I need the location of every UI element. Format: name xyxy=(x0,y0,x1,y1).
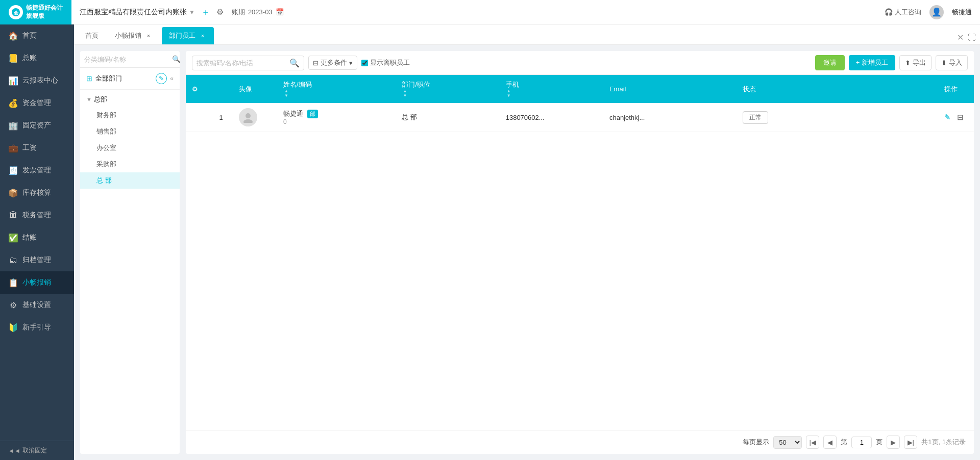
edit-employee-button[interactable]: ✎ xyxy=(944,113,951,122)
settings-icon[interactable]: ⚙ xyxy=(216,7,224,17)
prev-page-button[interactable]: ◀ xyxy=(823,436,837,449)
show-resigned-checkbox[interactable] xyxy=(361,60,368,66)
sidebar-item-basic-settings[interactable]: ⚙ 基础设置 xyxy=(0,294,74,316)
sidebar-label-expense: 小畅报销 xyxy=(22,278,51,287)
next-page-button[interactable]: ▶ xyxy=(887,436,900,449)
dept-search-icon[interactable]: 🔍 xyxy=(172,55,180,63)
th-name-code[interactable]: 姓名/编码 ▲ ▼ xyxy=(277,75,396,103)
dept-item-purchase[interactable]: 采购部 xyxy=(80,156,180,172)
th-phone[interactable]: 手机 ▲ ▼ xyxy=(500,75,603,103)
page-content: 🔍 ⊞ 全部部门 ✎ « ▼ 总部 财务部 xyxy=(74,45,980,460)
emp-search-input[interactable] xyxy=(197,59,287,67)
app-edition: 旗舰版 xyxy=(26,12,63,20)
last-page-button[interactable]: ▶| xyxy=(904,436,917,449)
th-dept-position[interactable]: 部门/职位 ▲ ▼ xyxy=(396,75,499,103)
th-actions: 操作 xyxy=(885,75,974,103)
tab-dept-emp-close[interactable]: × xyxy=(199,32,207,40)
dept-item-general[interactable]: 总 部 xyxy=(80,172,180,189)
dept-search-input[interactable] xyxy=(84,56,170,63)
sidebar-item-salary[interactable]: 💼 工资 xyxy=(0,137,74,159)
import-button[interactable]: ⬇ 导入 xyxy=(936,55,968,70)
sidebar-label-invoice: 发票管理 xyxy=(22,166,51,175)
guide-icon: 🔰 xyxy=(8,322,18,333)
filter-icon: ⊟ xyxy=(313,59,318,67)
sidebar-item-expense[interactable]: 📋 小畅报销 xyxy=(0,271,74,294)
add-company-button[interactable]: ＋ xyxy=(201,6,210,18)
sidebar-label-inventory: 库存核算 xyxy=(22,188,51,197)
support-button[interactable]: 🎧 人工咨询 xyxy=(885,8,921,17)
dept-item-finance[interactable]: 财务部 xyxy=(80,107,180,123)
add-employee-button[interactable]: + 新增员工 xyxy=(849,55,895,70)
period-value: 2023-03 xyxy=(248,8,273,16)
th-seq xyxy=(209,75,233,103)
ledger-icon: 📒 xyxy=(8,53,18,63)
sort-up-icon: ▲ xyxy=(507,89,597,93)
show-resigned-label: 显示离职员工 xyxy=(370,58,410,67)
page-size-select[interactable]: 50 10 20 100 xyxy=(773,436,802,449)
th-status: 状态 xyxy=(737,75,885,103)
svg-point-3 xyxy=(243,119,253,123)
sidebar-item-new-guide[interactable]: 🔰 新手引导 xyxy=(0,316,74,339)
dept-item-office[interactable]: 办公室 xyxy=(80,140,180,156)
inventory-icon: 📦 xyxy=(8,188,18,198)
sidebar-item-invoice[interactable]: 🧾 发票管理 xyxy=(0,159,74,182)
invite-button[interactable]: 邀请 xyxy=(815,55,845,70)
calendar-icon[interactable]: 📅 xyxy=(276,8,284,16)
th-settings[interactable]: ⚙ xyxy=(186,75,209,103)
page-number-input[interactable] xyxy=(851,437,872,448)
user-avatar[interactable]: 👤 xyxy=(929,5,944,19)
tab-expense-close[interactable]: × xyxy=(144,32,153,40)
td-settings xyxy=(186,103,209,132)
tab-expense[interactable]: 小畅报销 × xyxy=(108,27,160,44)
dept-group-zongbu[interactable]: ▼ 总部 xyxy=(80,92,180,107)
home-icon: 🏠 xyxy=(8,31,18,41)
fixed-assets-icon: 🏢 xyxy=(8,120,18,131)
td-dept: 总 部 xyxy=(396,103,499,132)
export-icon: ⬆ xyxy=(905,59,911,67)
sidebar-label-reports: 云报表中心 xyxy=(22,76,58,85)
sidebar-item-home[interactable]: 🏠 首页 xyxy=(0,24,74,47)
tab-expand-icon[interactable]: ⛶ xyxy=(968,33,976,42)
tab-home[interactable]: 首页 xyxy=(78,27,106,44)
export-button[interactable]: ⬆ 导出 xyxy=(899,55,932,70)
avatar-icon: 👤 xyxy=(932,7,942,17)
expense-icon: 📋 xyxy=(8,277,18,288)
svg-point-2 xyxy=(246,113,251,118)
dept-purchase-label: 采购部 xyxy=(96,160,116,168)
cancel-fixed-button[interactable]: ◄◄ 取消固定 xyxy=(0,441,74,460)
show-resigned-toggle: 显示离职员工 xyxy=(361,58,410,67)
period-label: 账期 xyxy=(232,8,245,17)
sidebar-item-tax[interactable]: 🏛 税务管理 xyxy=(0,204,74,226)
sidebar-item-fixed-assets[interactable]: 🏢 固定资产 xyxy=(0,114,74,137)
exit-employee-button[interactable]: ⊟ xyxy=(957,113,964,122)
sidebar-item-reports[interactable]: 📊 云报表中心 xyxy=(0,69,74,92)
tab-dept-emp-label: 部门员工 xyxy=(169,31,195,40)
sidebar-item-assets-mgmt[interactable]: 💰 资金管理 xyxy=(0,92,74,114)
sidebar-label-home: 首页 xyxy=(22,31,37,40)
dept-item-sales[interactable]: 销售部 xyxy=(80,123,180,140)
filter-button[interactable]: ⊟ 更多条件 ▾ xyxy=(308,56,357,70)
employee-code: 0 xyxy=(283,118,389,125)
sidebar-item-archive[interactable]: 🗂 归档管理 xyxy=(0,249,74,271)
sidebar-item-close-account[interactable]: ✅ 结账 xyxy=(0,226,74,249)
dept-edit-button[interactable]: ✎ xyxy=(156,73,167,84)
all-dept-header[interactable]: ⊞ 全部部门 ✎ « xyxy=(80,68,180,90)
tab-actions: ✕ ⛶ xyxy=(957,33,976,44)
td-status: 正常 xyxy=(737,103,885,132)
emp-search-icon[interactable]: 🔍 xyxy=(289,58,300,68)
dept-finance-label: 财务部 xyxy=(96,111,116,119)
first-page-button[interactable]: |◀ xyxy=(806,436,819,449)
table-settings-icon: ⚙ xyxy=(192,85,198,93)
dept-grid-icon: ⊞ xyxy=(86,74,92,83)
company-selector[interactable]: 江西服宝精品有限责任公司内账张 ▼ xyxy=(80,8,195,17)
dept-collapse-icon[interactable]: « xyxy=(170,75,174,82)
tab-home-label: 首页 xyxy=(85,31,99,40)
sidebar-item-inventory[interactable]: 📦 库存核算 xyxy=(0,182,74,204)
company-dropdown-arrow: ▼ xyxy=(189,9,195,16)
tab-dept-emp[interactable]: 部门员工 × xyxy=(162,27,214,44)
sidebar-item-general-ledger[interactable]: 📒 总账 xyxy=(0,47,74,69)
tab-close-all-icon[interactable]: ✕ xyxy=(957,33,964,42)
salary-icon: 💼 xyxy=(8,143,18,153)
topbar-right: 🎧 人工咨询 👤 畅捷通 xyxy=(885,5,972,19)
sidebar-label-basic-settings: 基础设置 xyxy=(22,300,51,310)
